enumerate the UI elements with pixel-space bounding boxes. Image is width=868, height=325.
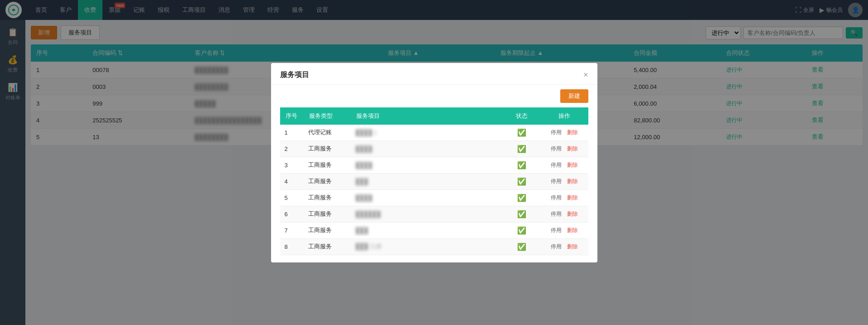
main-content: 新增 服务项目 进行中 全部 已完成 已终止 🔍 序号 合同编码 ⇅	[25, 20, 868, 325]
stop-button[interactable]: 停用	[551, 129, 562, 136]
modal-cell-type: 代理记账	[304, 125, 351, 141]
stop-button[interactable]: 停用	[551, 194, 562, 201]
modal-cell-seq: 8	[280, 238, 304, 255]
delete-button[interactable]: 删除	[567, 146, 578, 152]
layout: 📋 合同 💰 收费 📊 对账单 新增 服务项目 进行中 全部 已完成 已终止	[0, 20, 868, 325]
status-check-icon: ✅	[517, 178, 526, 185]
service-modal: 服务项目 × 新建 序号 服务类型 服务项目 状态	[271, 63, 597, 262]
modal-cell-action: 停用 删除	[541, 206, 588, 222]
modal-cell-action: 停用 删除	[541, 125, 588, 141]
stop-button[interactable]: 停用	[551, 243, 562, 250]
modal-table-row: 4 工商服务 ███ ✅ 停用 删除	[280, 173, 588, 189]
modal-col-status: 状态	[503, 107, 541, 125]
modal-body: 序号 服务类型 服务项目 状态 操作 1 代理记账 ████ 1 ✅ 停用	[271, 107, 597, 262]
modal-table-row: 6 工商服务 ██████ ✅ 停用 删除	[280, 206, 588, 222]
modal-cell-item: ███ 注册	[351, 238, 503, 255]
modal-col-type: 服务类型	[304, 107, 351, 125]
modal-table-row: 2 工商服务 ████ ✅ 停用 删除	[280, 141, 588, 157]
modal-cell-seq: 3	[280, 157, 304, 173]
modal-cell-action: 停用 删除	[541, 173, 588, 189]
modal-cell-status: ✅	[503, 206, 541, 222]
modal-cell-type: 工商服务	[304, 189, 351, 206]
modal-cell-item: ████ 1	[351, 125, 503, 141]
stop-button[interactable]: 停用	[551, 178, 562, 184]
modal-cell-item: ████	[351, 141, 503, 157]
modal-cell-item: ███	[351, 222, 503, 238]
modal-cell-seq: 2	[280, 141, 304, 157]
modal-cell-seq: 7	[280, 222, 304, 238]
status-check-icon: ✅	[517, 243, 526, 251]
modal-table-row: 3 工商服务 ████ ✅ 停用 删除	[280, 157, 588, 173]
delete-button[interactable]: 删除	[567, 243, 578, 250]
service-table: 序号 服务类型 服务项目 状态 操作 1 代理记账 ████ 1 ✅ 停用	[280, 107, 588, 255]
stop-button[interactable]: 停用	[551, 227, 562, 233]
status-check-icon: ✅	[517, 129, 526, 136]
delete-button[interactable]: 删除	[567, 194, 578, 201]
delete-button[interactable]: 删除	[567, 227, 578, 233]
modal-col-seq: 序号	[280, 107, 304, 125]
modal-cell-type: 工商服务	[304, 206, 351, 222]
modal-cell-seq: 5	[280, 189, 304, 206]
modal-cell-type: 工商服务	[304, 173, 351, 189]
delete-button[interactable]: 删除	[567, 129, 578, 136]
modal-close-button[interactable]: ×	[583, 71, 588, 79]
modal-cell-item: ████	[351, 189, 503, 206]
modal-cell-status: ✅	[503, 222, 541, 238]
modal-table-row: 1 代理记账 ████ 1 ✅ 停用 删除	[280, 125, 588, 141]
status-check-icon: ✅	[517, 161, 526, 169]
stop-button[interactable]: 停用	[551, 162, 562, 168]
modal-cell-item: ██████	[351, 206, 503, 222]
modal-new-button[interactable]: 新建	[560, 89, 588, 103]
status-check-icon: ✅	[517, 227, 526, 234]
modal-cell-type: 工商服务	[304, 238, 351, 255]
stop-button[interactable]: 停用	[551, 146, 562, 152]
status-check-icon: ✅	[517, 194, 526, 202]
modal-table-row: 8 工商服务 ███ 注册 ✅ 停用 删除	[280, 238, 588, 255]
modal-cell-action: 停用 删除	[541, 141, 588, 157]
modal-cell-status: ✅	[503, 238, 541, 255]
modal-col-action: 操作	[541, 107, 588, 125]
modal-title: 服务项目	[280, 70, 309, 80]
status-check-icon: ✅	[517, 210, 526, 218]
modal-cell-type: 工商服务	[304, 222, 351, 238]
modal-cell-item: ████	[351, 157, 503, 173]
modal-table-row: 7 工商服务 ███ ✅ 停用 删除	[280, 222, 588, 238]
delete-button[interactable]: 删除	[567, 162, 578, 168]
modal-cell-item: ███	[351, 173, 503, 189]
modal-table-row: 5 工商服务 ████ ✅ 停用 删除	[280, 189, 588, 206]
modal-cell-status: ✅	[503, 125, 541, 141]
modal-cell-status: ✅	[503, 157, 541, 173]
status-check-icon: ✅	[517, 145, 526, 153]
modal-cell-seq: 1	[280, 125, 304, 141]
modal-cell-action: 停用 删除	[541, 238, 588, 255]
modal-cell-seq: 4	[280, 173, 304, 189]
modal-cell-status: ✅	[503, 173, 541, 189]
modal-cell-seq: 6	[280, 206, 304, 222]
modal-toolbar: 新建	[271, 85, 597, 107]
modal-cell-status: ✅	[503, 189, 541, 206]
delete-button[interactable]: 删除	[567, 211, 578, 217]
modal-cell-type: 工商服务	[304, 157, 351, 173]
modal-cell-type: 工商服务	[304, 141, 351, 157]
modal-cell-action: 停用 删除	[541, 157, 588, 173]
modal-cell-status: ✅	[503, 141, 541, 157]
stop-button[interactable]: 停用	[551, 211, 562, 217]
modal-overlay[interactable]: 服务项目 × 新建 序号 服务类型 服务项目 状态	[25, 20, 868, 325]
delete-button[interactable]: 删除	[567, 178, 578, 184]
modal-cell-action: 停用 删除	[541, 189, 588, 206]
modal-col-item: 服务项目	[351, 107, 503, 125]
modal-header: 服务项目 ×	[271, 63, 597, 85]
modal-cell-action: 停用 删除	[541, 222, 588, 238]
